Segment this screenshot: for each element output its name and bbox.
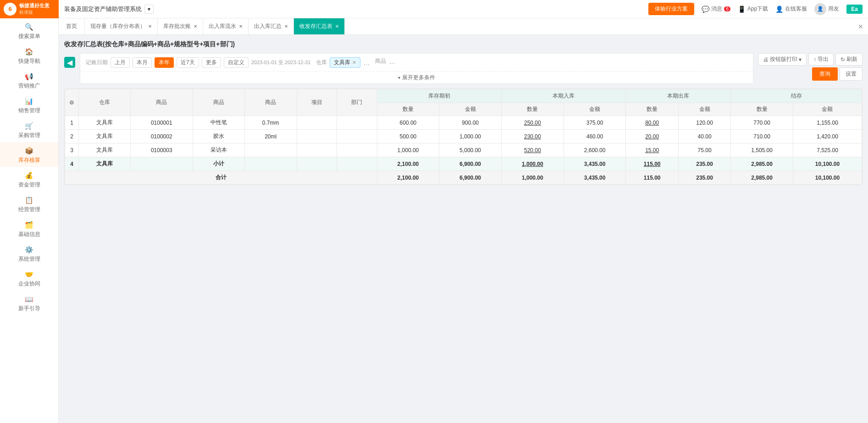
date-btn-custom[interactable]: 自定义 — [224, 57, 249, 68]
tab-flow[interactable]: 出入库流水 ✕ — [203, 18, 249, 35]
tab-home[interactable]: 首页 — [59, 18, 85, 35]
goods-more-btn[interactable]: … — [389, 58, 395, 65]
page-title: 收发存汇总表(按仓库+商品编码+商品+规格型号+项目+部门) — [64, 40, 862, 49]
logo-number: 6 — [8, 5, 11, 12]
sidebar-item-system[interactable]: ⚙️ 系统管理 — [0, 241, 58, 266]
date-filter-label: 记账日期 — [86, 59, 108, 66]
settings-button[interactable]: 设置 — [840, 67, 862, 81]
query-button[interactable]: 查询 — [812, 67, 838, 81]
tab-batch[interactable]: 库存批次账 ✕ — [158, 18, 203, 35]
col-header-opening: 库存期初 — [377, 89, 501, 103]
table-header-settings[interactable]: ⚙ — [65, 89, 79, 116]
col-header-goods-code: 商品 — [130, 89, 193, 116]
message-badge: 6 — [724, 6, 730, 11]
home-icon: 🏠 — [25, 48, 33, 56]
tab-close-summary[interactable]: ✕ — [284, 24, 288, 29]
footer-in-qty: 1,000.00 — [502, 171, 564, 185]
footer-in-amt: 3,435.00 — [564, 171, 626, 185]
app-download-button[interactable]: 📱 App下载 — [738, 5, 768, 13]
export-button[interactable]: ↑ 导出 — [808, 53, 834, 66]
data-table: ⚙ 仓库 商品 商品 商品 项目 部门 库存期初 本期入库 本期出库 结存 — [64, 88, 862, 185]
table-row: 1文具库0100001中性笔0.7mm600.00900.00250.00375… — [65, 116, 862, 130]
system-title: 装备及固定资产辅助管理系统 — [64, 5, 142, 13]
footer-close-qty: 2,985.00 — [731, 171, 793, 185]
finance-icon: 💰 — [25, 171, 33, 180]
sales-icon: 📊 — [25, 97, 33, 105]
system-icon: ⚙️ — [25, 246, 33, 254]
table-row: 3文具库0100003采访本1,000.005,000.00520.002,60… — [65, 143, 862, 157]
tab-close-batch[interactable]: ✕ — [194, 24, 197, 29]
warehouse-tag-close[interactable]: ✕ — [352, 60, 356, 66]
system-settings-icon[interactable]: ▾ — [144, 5, 154, 14]
sidebar-item-basic[interactable]: 🗂️ 基础信息 — [0, 216, 58, 241]
expand-filter-button[interactable]: ▾ 展开更多条件 — [80, 71, 753, 83]
date-btn-more[interactable]: 更多 — [202, 57, 221, 68]
warehouse-more-btn[interactable]: … — [363, 59, 370, 66]
tab-close-inventory-dist[interactable]: ✕ — [148, 24, 152, 29]
date-btn-this-year[interactable]: 本年 — [155, 57, 174, 68]
enterprise-icon: 🤝 — [25, 270, 33, 279]
sidebar-item-quick-nav[interactable]: 🏠 快捷导航 — [0, 43, 58, 68]
filter-toggle-button[interactable]: ◀ — [64, 57, 75, 68]
refresh-icon: ↻ — [840, 56, 845, 63]
goods-filter-label: 商品 — [375, 57, 386, 65]
subheader-close-amt: 金额 — [793, 103, 862, 116]
tab-close-recv-send[interactable]: ✕ — [335, 24, 339, 29]
date-btn-last-month[interactable]: 上月 — [111, 57, 130, 68]
user-avatar: 👤 — [814, 3, 826, 15]
inventory-icon: 📦 — [25, 147, 33, 155]
basic-icon: 🗂️ — [25, 221, 33, 229]
col-header-in: 本期入库 — [502, 89, 626, 103]
print-dropdown-icon: ▾ — [799, 56, 802, 63]
col-header-out: 本期出库 — [626, 89, 731, 103]
subheader-in-qty: 数量 — [502, 103, 564, 116]
sidebar-item-operation[interactable]: 📋 经营管理 — [0, 192, 58, 216]
footer-open-qty: 2,100.00 — [377, 171, 439, 185]
warehouse-tag[interactable]: 文具库 ✕ — [330, 57, 360, 68]
logo-line2: 标准版 — [19, 9, 50, 16]
tab-recv-send[interactable]: 收发存汇总表 ✕ — [294, 18, 345, 35]
warehouse-filter-label: 仓库 — [316, 59, 327, 66]
sidebar-item-marketing[interactable]: 📢 营销推广 — [0, 68, 58, 93]
sidebar-item-sales[interactable]: 📊 销售管理 — [0, 93, 58, 117]
online-service-button[interactable]: 👤 在线客服 — [775, 5, 807, 13]
top-right-ea[interactable]: Ea — [846, 5, 862, 14]
date-btn-7days[interactable]: 近7天 — [177, 57, 199, 68]
sidebar-item-finance[interactable]: 💰 资金管理 — [0, 167, 58, 192]
subheader-out-qty: 数量 — [626, 103, 678, 116]
footer-label: 合计 — [65, 171, 377, 185]
search-icon: 🔍 — [25, 23, 33, 31]
col-header-project: 项目 — [297, 89, 337, 116]
date-range-display: 2023-01-01 至 2023-12-31 — [251, 59, 311, 66]
logo-line1: 畅捷通好生意 — [19, 2, 50, 9]
col-header-goods-name: 商品 — [193, 89, 244, 116]
date-btn-this-month[interactable]: 本月 — [133, 57, 152, 68]
sidebar-item-enterprise[interactable]: 🤝 企业协同 — [0, 266, 58, 291]
tab-summary[interactable]: 出入库汇总 ✕ — [249, 18, 294, 35]
table-row: 2文具库0100002胶水20ml500.001,000.00230.00460… — [65, 130, 862, 143]
footer-open-amt: 6,900.00 — [439, 171, 502, 185]
footer-out-amt: 235.00 — [678, 171, 730, 185]
purchase-icon: 🛒 — [25, 122, 33, 130]
guide-icon: 📖 — [25, 295, 33, 303]
sidebar-item-purchase[interactable]: 🛒 采购管理 — [0, 117, 58, 142]
footer-close-amt: 10,100.00 — [793, 171, 862, 185]
tab-inventory-dist[interactable]: 现存量（库存分布表） ✕ — [85, 18, 158, 35]
close-all-tabs-button[interactable]: ✕ — [858, 23, 868, 30]
refresh-button[interactable]: ↻ 刷新 — [835, 53, 862, 66]
tab-close-flow[interactable]: ✕ — [239, 24, 243, 29]
sidebar-item-inventory[interactable]: 📦 库存核算 — [0, 142, 58, 167]
message-button[interactable]: 💬 消息 6 — [702, 5, 730, 13]
subheader-open-amt: 金额 — [439, 103, 502, 116]
col-header-closing: 结存 — [731, 89, 862, 103]
subheader-out-amt: 金额 — [678, 103, 730, 116]
table-row: 4文具库小计2,100.006,900.001,000.003,435.0011… — [65, 157, 862, 171]
print-icon: 🖨 — [763, 56, 768, 63]
user-menu[interactable]: 👤 用友 — [814, 3, 839, 15]
sidebar-item-search[interactable]: 🔍 搜索菜单 — [0, 18, 58, 43]
export-icon: ↑ — [813, 56, 816, 63]
sidebar-item-guide[interactable]: 📖 新手引导 — [0, 291, 58, 315]
experience-button[interactable]: 体验行业方案 — [648, 3, 694, 15]
footer-out-qty: 115.00 — [626, 171, 678, 185]
print-button[interactable]: 🖨 按钮版打印 ▾ — [758, 53, 807, 66]
